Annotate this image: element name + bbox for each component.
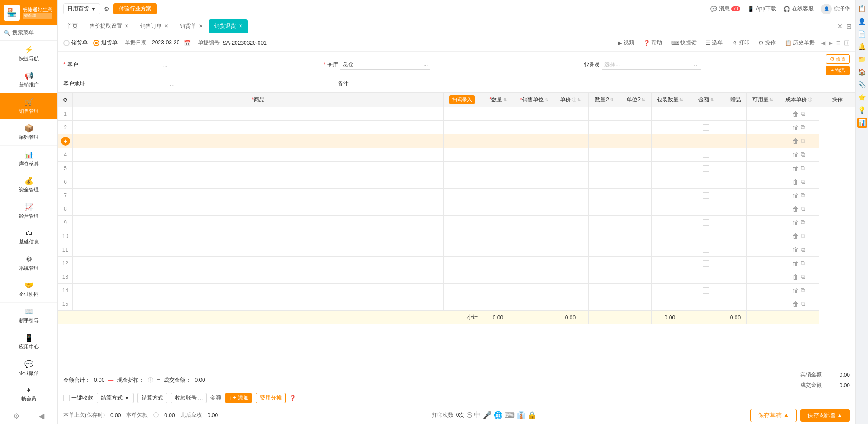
sidebar-item-quicknav[interactable]: ⚡ 快捷导航: [0, 41, 57, 67]
copy-icon-7[interactable]: ⧉: [801, 191, 805, 199]
amount-cell-4[interactable]: [652, 148, 688, 162]
qty2-sort-icon[interactable]: ⇅: [610, 97, 613, 102]
sidebar-search[interactable]: 🔍 搜索菜单: [0, 25, 57, 41]
amount-cell-7[interactable]: [652, 189, 688, 202]
available-cell-15[interactable]: [724, 297, 747, 311]
unit-cell-2[interactable]: [480, 121, 516, 134]
sidebar-item-member[interactable]: ♦ 畅会员: [0, 381, 57, 407]
gift-checkbox-9[interactable]: [703, 219, 709, 226]
delete-icon-8[interactable]: 🗑: [793, 205, 799, 213]
copy-icon-8[interactable]: ⧉: [801, 205, 805, 213]
qty2-cell-10[interactable]: [552, 229, 589, 243]
unit2-cell-14[interactable]: [589, 284, 620, 297]
costprice-cell-8[interactable]: [747, 202, 778, 216]
sidebar-item-finance[interactable]: 💰 资金管理: [0, 172, 57, 198]
packqty-sort-icon[interactable]: ⇅: [679, 97, 683, 102]
unit2-cell-5[interactable]: [589, 162, 620, 175]
discount-help-icon[interactable]: ⓘ: [148, 376, 153, 384]
settings-btn[interactable]: ⚙ 设置: [826, 54, 850, 64]
delete-icon-5[interactable]: 🗑: [793, 165, 799, 172]
unit2-cell-2[interactable]: [589, 121, 620, 134]
staff-input[interactable]: 选择... ...: [602, 60, 701, 70]
price-cell-4[interactable]: [516, 148, 552, 162]
tab-more[interactable]: ⊞: [846, 23, 852, 30]
gift-cell-8[interactable]: [688, 202, 724, 216]
sidebar-item-appcenter[interactable]: 📱 应用中心: [0, 329, 57, 355]
available-cell-2[interactable]: [724, 121, 747, 134]
qty2-cell-4[interactable]: [552, 148, 589, 162]
unit-cell-12[interactable]: [480, 257, 516, 270]
unit-cell-6[interactable]: [480, 175, 516, 189]
collapse-icon[interactable]: ◀: [39, 412, 44, 420]
unit-cell-1[interactable]: [480, 107, 516, 121]
packqty-cell-13[interactable]: [620, 270, 652, 284]
gift-checkbox-10[interactable]: [703, 233, 709, 239]
unit2-cell-8[interactable]: [589, 202, 620, 216]
copy-icon-2[interactable]: ⧉: [801, 124, 805, 131]
amount-cell-15[interactable]: [652, 297, 688, 311]
gift-cell-5[interactable]: [688, 162, 724, 175]
message-btn[interactable]: 💬 消息 70: [710, 5, 740, 13]
product-cell-7[interactable]: [73, 189, 444, 202]
qty-cell-9[interactable]: [444, 216, 480, 229]
rp-icon5[interactable]: 📁: [857, 54, 867, 64]
view-list-icon[interactable]: ≡: [836, 39, 840, 47]
delete-icon-9[interactable]: 🗑: [793, 219, 799, 226]
copy-icon-10[interactable]: ⧉: [801, 232, 805, 240]
gift-checkbox-13[interactable]: [703, 274, 709, 280]
packqty-cell-4[interactable]: [620, 148, 652, 162]
product-cell-3[interactable]: [73, 134, 444, 148]
price-cell-13[interactable]: [516, 270, 552, 284]
qty2-cell-7[interactable]: [552, 189, 589, 202]
packqty-cell-11[interactable]: [620, 243, 652, 257]
gift-checkbox-14[interactable]: [703, 287, 709, 294]
warehouse-input[interactable]: 总仓 ...: [340, 60, 430, 70]
costprice-cell-1[interactable]: [747, 107, 778, 121]
calendar-icon[interactable]: 📅: [184, 40, 191, 46]
price-cell-6[interactable]: [516, 175, 552, 189]
unit-cell-3[interactable]: [480, 134, 516, 148]
available-cell-5[interactable]: [724, 162, 747, 175]
copy-icon-15[interactable]: ⧉: [801, 300, 805, 308]
unit2-cell-1[interactable]: [589, 107, 620, 121]
unit2-cell-4[interactable]: [589, 148, 620, 162]
date-value[interactable]: 2023-03-20: [149, 38, 182, 47]
topbar-industry-select[interactable]: 日用百货 ▼: [63, 3, 100, 14]
sidebar-item-enterprise[interactable]: 🤝 企业协同: [0, 276, 57, 303]
product-cell-8[interactable]: [73, 202, 444, 216]
gift-cell-6[interactable]: [688, 175, 724, 189]
gift-checkbox-15[interactable]: [703, 301, 709, 307]
qty2-cell-12[interactable]: [552, 257, 589, 270]
qty2-cell-11[interactable]: [552, 243, 589, 257]
product-cell-9[interactable]: [73, 216, 444, 229]
packqty-cell-7[interactable]: [620, 189, 652, 202]
packqty-cell-2[interactable]: [620, 121, 652, 134]
rp-icon10[interactable]: 📊: [857, 118, 867, 128]
qty-cell-4[interactable]: [444, 148, 480, 162]
qty-cell-14[interactable]: [444, 284, 480, 297]
qty2-cell-3[interactable]: [552, 134, 589, 148]
costprice-cell-6[interactable]: [747, 175, 778, 189]
unit-cell-9[interactable]: [480, 216, 516, 229]
qty-cell-10[interactable]: [444, 229, 480, 243]
scan-btn[interactable]: 扫码录入: [449, 95, 475, 104]
delete-icon-7[interactable]: 🗑: [793, 192, 799, 199]
available-cell-11[interactable]: [724, 243, 747, 257]
amount-sort-icon[interactable]: ⇅: [710, 97, 714, 102]
user-menu[interactable]: 👤 徐泽华: [821, 4, 850, 14]
qty-cell-15[interactable]: [444, 297, 480, 311]
unit-cell-14[interactable]: [480, 284, 516, 297]
tab-home[interactable]: 首页: [61, 19, 83, 33]
price-cell-8[interactable]: [516, 202, 552, 216]
price-cell-9[interactable]: [516, 216, 552, 229]
add-row-btn[interactable]: +: [61, 137, 70, 146]
tab-sales-return[interactable]: 销货退货 ✕: [209, 19, 248, 33]
tab-close-sales-invoice[interactable]: ✕: [199, 24, 203, 29]
radio-sale[interactable]: 销货单: [63, 39, 88, 47]
settle-method-select[interactable]: 结算方式 ▼: [97, 393, 134, 403]
available-cell-14[interactable]: [724, 284, 747, 297]
delete-icon-1[interactable]: 🗑: [793, 110, 799, 118]
amount-cell-12[interactable]: [652, 257, 688, 270]
costprice-cell-14[interactable]: [747, 284, 778, 297]
save-draft-btn[interactable]: 保存草稿 ▲: [750, 409, 797, 422]
